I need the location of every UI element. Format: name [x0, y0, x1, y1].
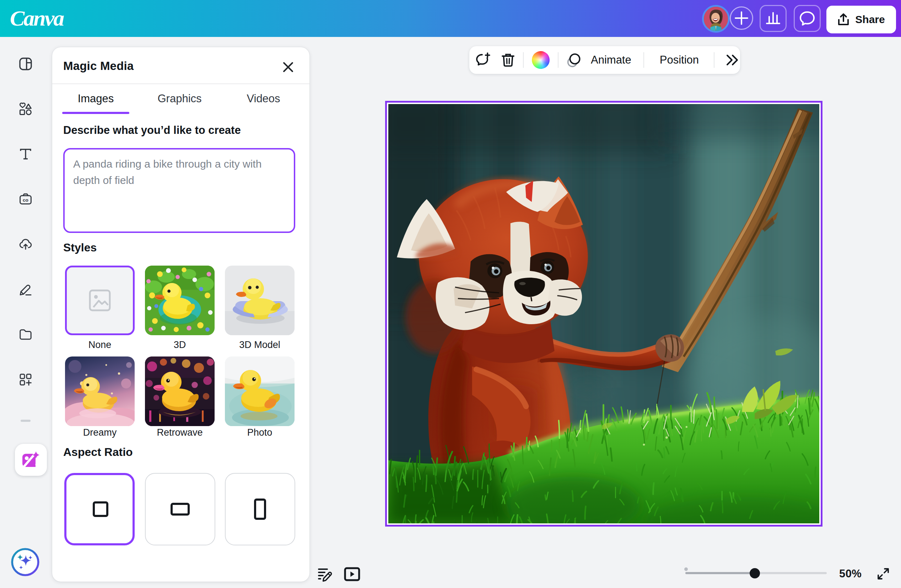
svg-text:Canva: Canva: [10, 7, 64, 30]
svg-text:co: co: [23, 198, 28, 203]
